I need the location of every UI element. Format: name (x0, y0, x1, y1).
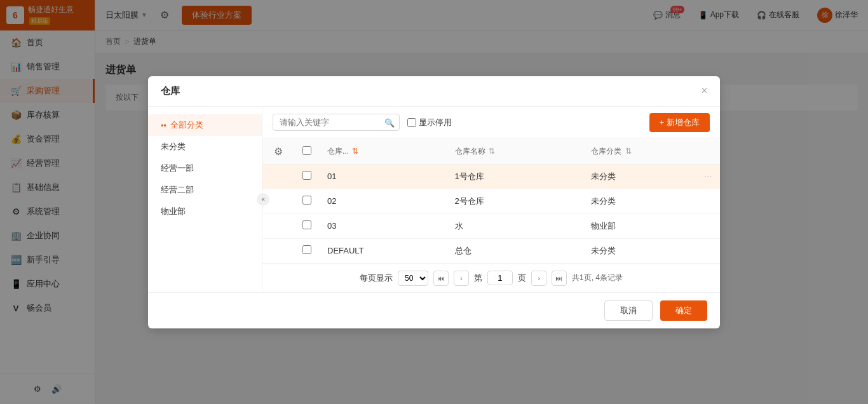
row-check-cell (294, 213, 320, 238)
per-page-select[interactable]: 50 (398, 271, 428, 286)
row-category-cell: 未分类 (583, 238, 720, 263)
table-row[interactable]: 02 2号仓库 未分类 (262, 189, 720, 213)
page-first-button[interactable]: ⏮ (433, 271, 449, 286)
per-page-label: 每页显示 (360, 273, 393, 284)
category-item-dept2[interactable]: 经营二部 (148, 179, 262, 201)
row-action-icon[interactable]: ··· (704, 171, 712, 182)
table-row[interactable]: DEFAULT 总仓 未分类 (262, 238, 720, 263)
modal-footer: 取消 确定 (148, 292, 720, 328)
new-warehouse-button[interactable]: + 新增仓库 (649, 113, 710, 132)
row-checkbox-3[interactable] (302, 220, 311, 229)
search-input[interactable] (273, 114, 400, 131)
th-name: 仓库名称 ⇅ (447, 139, 584, 165)
row-name-cell: 水 (447, 213, 584, 238)
modal-overlay: 仓库 × « ▪▪ 全部分类 未分类 经营一部 (0, 0, 868, 404)
show-disabled-checkbox[interactable] (407, 118, 416, 127)
warehouse-modal: 仓库 × « ▪▪ 全部分类 未分类 经营一部 (148, 76, 720, 328)
row-check-cell (294, 164, 320, 189)
row-code-cell: 03 (320, 213, 447, 238)
row-gear-cell (262, 164, 294, 189)
row-category-cell: 未分类 (583, 189, 720, 213)
page-next-button[interactable]: › (531, 271, 546, 286)
row-name-cell: 总仓 (447, 238, 584, 263)
cancel-button[interactable]: 取消 (604, 300, 653, 321)
pagination: 每页显示 50 ⏮ ‹ 第 页 › ⏭ 共1页, 4条记录 (262, 264, 720, 292)
category-item-property[interactable]: 物业部 (148, 201, 262, 222)
page-unit-label: 页 (518, 273, 526, 284)
category-panel: « ▪▪ 全部分类 未分类 经营一部 经营二部 物业部 (148, 107, 262, 292)
page-num-label: 第 (474, 273, 482, 284)
search-wrapper: 🔍 (273, 114, 400, 131)
page-number-input[interactable] (487, 271, 513, 285)
modal-close-button[interactable]: × (702, 85, 707, 97)
row-name-cell: 1号仓库 (447, 164, 584, 189)
modal-header: 仓库 × (148, 76, 720, 107)
warehouse-table: ⚙ 仓库... ⇅ 仓库名称 ⇅ (262, 139, 720, 264)
row-gear-cell (262, 238, 294, 263)
page-prev-button[interactable]: ‹ (454, 271, 469, 286)
warehouse-list-panel: 🔍 显示停用 + 新增仓库 ⚙ (262, 107, 720, 292)
category-item-all[interactable]: ▪▪ 全部分类 (148, 114, 262, 136)
category-item-dept1[interactable]: 经营一部 (148, 158, 262, 179)
modal-title: 仓库 (161, 85, 180, 97)
list-toolbar: 🔍 显示停用 + 新增仓库 (262, 107, 720, 139)
th-code: 仓库... ⇅ (320, 139, 447, 165)
row-checkbox-4[interactable] (302, 245, 311, 254)
page-total-label: 共1页, 4条记录 (572, 273, 623, 283)
table-body: 01 1号仓库 未分类 ··· 02 (262, 164, 720, 263)
modal-body: « ▪▪ 全部分类 未分类 经营一部 经营二部 物业部 (148, 107, 720, 292)
row-category-cell: 未分类 ··· (583, 164, 720, 189)
category-item-uncategorized[interactable]: 未分类 (148, 136, 262, 158)
row-code-cell: 01 (320, 164, 447, 189)
confirm-button[interactable]: 确定 (660, 300, 707, 321)
table-row[interactable]: 01 1号仓库 未分类 ··· (262, 164, 720, 189)
row-category-cell: 物业部 (583, 213, 720, 238)
category-all-icon: ▪▪ (161, 121, 166, 130)
row-check-cell (294, 189, 320, 213)
row-gear-cell (262, 213, 294, 238)
sort-code-icon: ⇅ (352, 147, 358, 156)
sort-name-icon: ⇅ (489, 147, 495, 156)
th-check (294, 139, 320, 165)
row-checkbox-1[interactable] (302, 171, 311, 180)
row-code-cell: 02 (320, 189, 447, 213)
warehouse-table-wrap: ⚙ 仓库... ⇅ 仓库名称 ⇅ (262, 139, 720, 264)
table-header: ⚙ 仓库... ⇅ 仓库名称 ⇅ (262, 139, 720, 165)
page-last-button[interactable]: ⏭ (552, 271, 567, 286)
table-row[interactable]: 03 水 物业部 (262, 213, 720, 238)
th-category: 仓库分类 ⇅ (583, 139, 720, 165)
row-name-cell: 2号仓库 (447, 189, 584, 213)
sort-category-icon: ⇅ (625, 147, 632, 156)
panel-collapse-button[interactable]: « (257, 193, 269, 206)
th-gear: ⚙ (262, 139, 294, 165)
row-checkbox-2[interactable] (302, 196, 311, 205)
select-all-checkbox[interactable] (302, 146, 311, 155)
gear-header-icon: ⚙ (274, 146, 283, 157)
search-icon[interactable]: 🔍 (384, 118, 395, 127)
row-code-cell: DEFAULT (320, 238, 447, 263)
show-disabled-label[interactable]: 显示停用 (407, 117, 452, 128)
row-check-cell (294, 238, 320, 263)
